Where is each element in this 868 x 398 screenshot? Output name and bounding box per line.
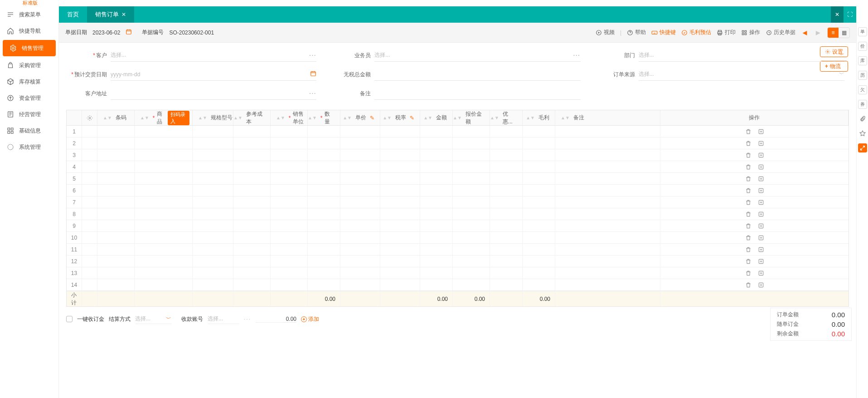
- remark-input[interactable]: [374, 87, 580, 100]
- tabs-close-all[interactable]: ✕: [831, 6, 844, 23]
- table-row[interactable]: 8: [67, 208, 849, 220]
- action-profit-est[interactable]: 毛利预估: [681, 29, 711, 36]
- table-row[interactable]: 7: [67, 197, 849, 208]
- col-qty[interactable]: ▲▼*数量: [308, 110, 340, 125]
- add-row-icon[interactable]: [758, 211, 764, 217]
- col-spec[interactable]: ▲▼规格型号: [193, 110, 233, 125]
- order-source-input[interactable]: 选择... ﹀: [639, 68, 844, 81]
- grid-settings-icon[interactable]: [82, 110, 97, 125]
- settle-select[interactable]: 选择... ﹀: [135, 314, 171, 324]
- table-row[interactable]: 14: [67, 279, 849, 291]
- history-prev[interactable]: ◀: [801, 29, 809, 36]
- table-row[interactable]: 4: [67, 161, 849, 173]
- add-row-icon[interactable]: [758, 282, 764, 288]
- tab-close-icon[interactable]: ✕: [121, 11, 126, 18]
- add-row-icon[interactable]: [758, 140, 764, 147]
- rb-star-icon[interactable]: [858, 129, 867, 138]
- col-remark[interactable]: ▲▼备注: [555, 110, 660, 125]
- sidebar-item-purchase[interactable]: 采购管理: [0, 57, 58, 74]
- account-select[interactable]: 选择...: [208, 314, 239, 324]
- rb-item-3[interactable]: 历: [858, 71, 867, 80]
- tab-sales-order[interactable]: 销售订单 ✕: [87, 6, 134, 23]
- add-row-icon[interactable]: [758, 223, 764, 229]
- rb-item-0[interactable]: 单: [858, 27, 867, 36]
- col-profit[interactable]: ▲▼毛利: [523, 110, 555, 125]
- sidebar-item-quicknav[interactable]: 快捷导航: [0, 23, 58, 39]
- add-row-icon[interactable]: [758, 164, 764, 170]
- action-print[interactable]: 打印: [717, 29, 736, 36]
- sidebar-item-search[interactable]: 搜索菜单: [0, 6, 58, 23]
- table-row[interactable]: 2: [67, 138, 849, 149]
- add-row-icon[interactable]: [758, 258, 764, 265]
- delete-row-icon[interactable]: [745, 282, 752, 288]
- calendar-icon[interactable]: [126, 29, 132, 36]
- salesman-input[interactable]: 选择... ···: [374, 49, 580, 62]
- dept-input[interactable]: 选择... ﹀: [639, 49, 844, 62]
- delete-row-icon[interactable]: [745, 152, 752, 158]
- notax-total-input[interactable]: [374, 68, 580, 81]
- add-button[interactable]: + 添加: [301, 315, 319, 323]
- view-list-icon[interactable]: ≡: [828, 28, 839, 38]
- action-hotkey[interactable]: 快捷键: [651, 29, 676, 36]
- col-price[interactable]: ▲▼单价✎: [340, 110, 380, 125]
- bottom-amount[interactable]: 0.00: [256, 316, 296, 323]
- table-row[interactable]: 3: [67, 149, 849, 161]
- delete-row-icon[interactable]: [745, 176, 752, 182]
- delete-row-icon[interactable]: [745, 235, 752, 241]
- more-icon[interactable]: ···: [309, 90, 316, 97]
- add-row-icon[interactable]: [758, 187, 764, 194]
- sidebar-item-system[interactable]: 系统管理: [0, 139, 58, 155]
- more-icon[interactable]: ···: [309, 52, 316, 59]
- edit-icon[interactable]: ✎: [370, 115, 374, 121]
- table-row[interactable]: 10: [67, 232, 849, 244]
- add-row-icon[interactable]: [758, 270, 764, 276]
- delete-row-icon[interactable]: [745, 140, 752, 147]
- chevron-down-icon[interactable]: ﹀: [839, 51, 844, 59]
- rb-expand-icon[interactable]: [858, 143, 867, 152]
- table-row[interactable]: 9: [67, 220, 849, 232]
- add-row-icon[interactable]: [758, 152, 764, 158]
- view-card-icon[interactable]: ▦: [839, 28, 849, 38]
- delete-row-icon[interactable]: [745, 128, 752, 135]
- sidebar-item-basedata[interactable]: 基础信息: [0, 123, 58, 139]
- add-row-icon[interactable]: [758, 246, 764, 253]
- col-quoted[interactable]: ▲▼报价金额: [453, 110, 490, 125]
- calendar-icon[interactable]: [310, 70, 316, 78]
- addr-input[interactable]: ···: [111, 87, 316, 100]
- action-video[interactable]: 视频: [596, 29, 615, 36]
- col-refcost[interactable]: ▲▼参考成本: [233, 110, 271, 125]
- action-history[interactable]: 历史单据: [766, 29, 795, 36]
- chevron-down-icon[interactable]: ﹀: [839, 70, 844, 78]
- add-row-icon[interactable]: [758, 128, 764, 135]
- add-row-icon[interactable]: [758, 199, 764, 206]
- table-row[interactable]: 1: [67, 126, 849, 138]
- add-row-icon[interactable]: [758, 176, 764, 182]
- delete-row-icon[interactable]: [745, 187, 752, 194]
- table-row[interactable]: 5: [67, 173, 849, 185]
- history-next[interactable]: ▶: [814, 29, 822, 36]
- deposit-checkbox[interactable]: [66, 316, 73, 322]
- delete-row-icon[interactable]: [745, 270, 752, 276]
- delete-row-icon[interactable]: [745, 246, 752, 253]
- add-row-icon[interactable]: [758, 235, 764, 241]
- col-barcode[interactable]: ▲▼条码: [97, 110, 135, 125]
- sidebar-item-finance[interactable]: 资金管理: [0, 90, 58, 106]
- col-product[interactable]: ▲▼*商品扫码录入: [135, 110, 193, 125]
- delete-row-icon[interactable]: [745, 258, 752, 265]
- more-icon[interactable]: ···: [244, 316, 251, 322]
- tabs-maximize[interactable]: ⛶: [844, 6, 856, 23]
- delete-row-icon[interactable]: [745, 199, 752, 206]
- delete-row-icon[interactable]: [745, 164, 752, 170]
- table-row[interactable]: 6: [67, 185, 849, 197]
- delete-row-icon[interactable]: [745, 223, 752, 229]
- col-discount[interactable]: ▲▼优惠...: [490, 110, 523, 125]
- col-tax[interactable]: ▲▼税率✎: [380, 110, 420, 125]
- col-amount[interactable]: ▲▼金额: [420, 110, 453, 125]
- edit-icon[interactable]: ✎: [410, 115, 414, 121]
- sidebar-item-inventory[interactable]: 库存核算: [0, 74, 58, 90]
- table-row[interactable]: 11: [67, 244, 849, 256]
- table-row[interactable]: 13: [67, 267, 849, 279]
- rb-item-1[interactable]: 价: [858, 42, 867, 51]
- doc-date-value[interactable]: 2023-06-02: [92, 29, 120, 36]
- sidebar-item-operations[interactable]: 经营管理: [0, 106, 58, 123]
